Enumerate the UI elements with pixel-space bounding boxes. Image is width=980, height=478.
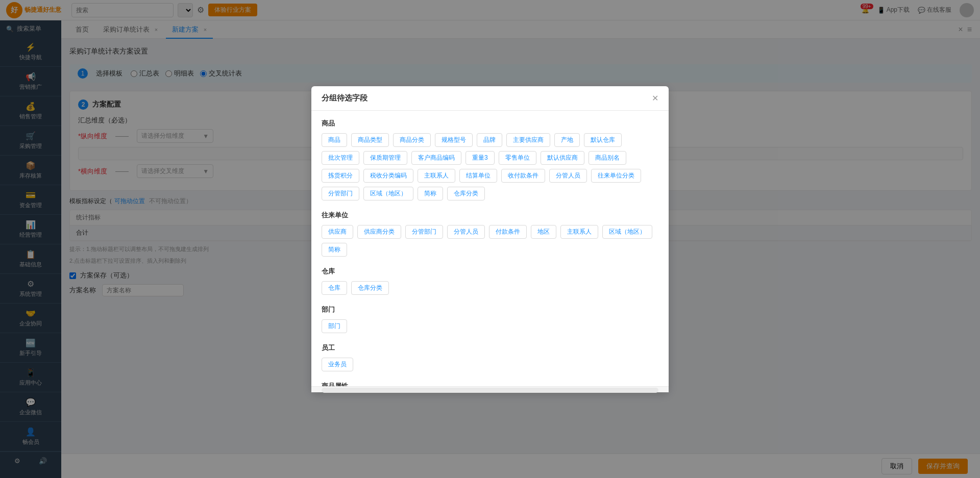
field-chips-warehouse: 仓库仓库分类	[322, 281, 658, 295]
field-chip[interactable]: 供应商分类	[357, 225, 401, 239]
field-chip[interactable]: 供应商	[322, 225, 353, 239]
field-chip[interactable]: 商品分类	[393, 133, 431, 147]
field-chip[interactable]: 付款条件	[489, 225, 527, 239]
field-chip[interactable]: 客户商品编码	[411, 151, 461, 165]
field-section-product_attr: 商品属性属性颜色多规格尺码鞋码1	[322, 382, 658, 386]
field-chip[interactable]: 区域（地区）	[363, 187, 413, 200]
field-chip[interactable]: 商品类型	[351, 133, 389, 147]
field-chip[interactable]: 结算单位	[459, 169, 497, 183]
field-chip[interactable]: 重量3	[465, 151, 495, 165]
field-chips-employee: 业务员	[322, 358, 658, 371]
modal-bottom-bar	[311, 386, 669, 392]
field-chip[interactable]: 税收分类编码	[363, 169, 413, 183]
field-chips-department: 部门	[322, 319, 658, 333]
field-section-title-product_attr: 商品属性	[322, 382, 658, 386]
field-chips-partner: 供应商供应商分类分管部门分管人员付款条件地区主联系人区域（地区）简称	[322, 225, 658, 257]
field-chip[interactable]: 往来单位分类	[591, 169, 641, 183]
field-section-warehouse: 仓库仓库仓库分类	[322, 267, 658, 295]
field-chip[interactable]: 收付款条件	[501, 169, 545, 183]
field-chip[interactable]: 产地	[554, 133, 580, 147]
modal-close-button[interactable]: ✕	[652, 93, 658, 103]
field-chip[interactable]: 地区	[531, 225, 556, 239]
field-chip[interactable]: 商品	[322, 133, 347, 147]
field-chip[interactable]: 商品别名	[589, 151, 626, 165]
field-section-employee: 员工业务员	[322, 343, 658, 371]
field-section-title-goods: 商品	[322, 119, 658, 128]
field-chip[interactable]: 规格型号	[435, 133, 473, 147]
field-section-department: 部门部门	[322, 305, 658, 333]
field-chip[interactable]: 默认供应商	[541, 151, 584, 165]
field-chip[interactable]: 仓库分类	[447, 187, 485, 200]
field-section-title-employee: 员工	[322, 343, 658, 353]
field-chip[interactable]: 零售单位	[499, 151, 536, 165]
field-chip[interactable]: 默认仓库	[584, 133, 622, 147]
modal-scrollbar-x[interactable]	[322, 388, 658, 393]
field-chip[interactable]: 分管人员	[549, 169, 587, 183]
field-chip[interactable]: 保质期管理	[363, 151, 407, 165]
field-chip[interactable]: 仓库	[322, 281, 347, 295]
field-section-goods: 商品商品商品类型商品分类规格型号品牌主要供应商产地默认仓库批次管理保质期管理客户…	[322, 119, 658, 200]
field-chip[interactable]: 简称	[322, 243, 347, 257]
field-chip[interactable]: 主联系人	[418, 169, 455, 183]
field-chip[interactable]: 分管部门	[322, 187, 359, 200]
field-chip[interactable]: 品牌	[477, 133, 502, 147]
field-chip[interactable]: 区域（地区）	[602, 225, 652, 239]
field-chip[interactable]: 批次管理	[322, 151, 359, 165]
field-chip[interactable]: 主联系人	[560, 225, 598, 239]
field-chip[interactable]: 主要供应商	[506, 133, 550, 147]
field-chip[interactable]: 仓库分类	[351, 281, 389, 295]
modal-overlay: 分组待选字段 ✕ 商品商品商品类型商品分类规格型号品牌主要供应商产地默认仓库批次…	[0, 0, 980, 478]
field-chip[interactable]: 部门	[322, 319, 347, 333]
field-select-modal: 分组待选字段 ✕ 商品商品商品类型商品分类规格型号品牌主要供应商产地默认仓库批次…	[311, 86, 669, 392]
field-section-partner: 往来单位供应商供应商分类分管部门分管人员付款条件地区主联系人区域（地区）简称	[322, 211, 658, 257]
modal-title: 分组待选字段	[322, 93, 368, 103]
modal-body: 商品商品商品类型商品分类规格型号品牌主要供应商产地默认仓库批次管理保质期管理客户…	[311, 111, 669, 386]
field-chip[interactable]: 业务员	[322, 358, 353, 371]
field-chips-goods: 商品商品类型商品分类规格型号品牌主要供应商产地默认仓库批次管理保质期管理客户商品…	[322, 133, 658, 200]
field-section-title-department: 部门	[322, 305, 658, 314]
field-chip[interactable]: 简称	[418, 187, 443, 200]
field-chip[interactable]: 拣货积分	[322, 169, 359, 183]
field-section-title-partner: 往来单位	[322, 211, 658, 220]
modal-header: 分组待选字段 ✕	[311, 86, 669, 111]
field-chip[interactable]: 分管部门	[405, 225, 443, 239]
field-section-title-warehouse: 仓库	[322, 267, 658, 276]
field-chip[interactable]: 分管人员	[447, 225, 485, 239]
